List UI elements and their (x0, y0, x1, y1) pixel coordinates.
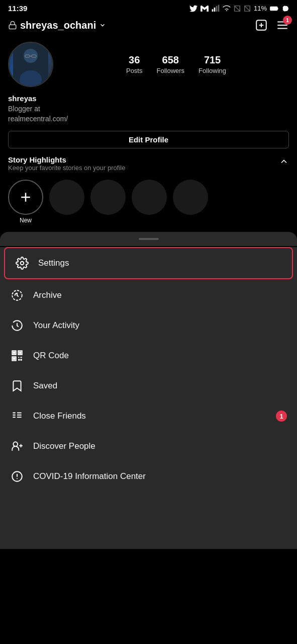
covid-label: COVID-19 Information Center (33, 471, 146, 481)
profile-top: 36 Posts 658 Followers 715 Following (8, 42, 289, 87)
svg-point-40 (14, 413, 15, 414)
avatar[interactable] (8, 42, 53, 87)
following-stat[interactable]: 715 Following (199, 54, 226, 74)
saved-icon (10, 379, 24, 393)
activity-icon (10, 318, 24, 333)
archive-icon (10, 288, 24, 302)
highlight-item-2[interactable] (90, 180, 126, 224)
wifi-icon (223, 5, 231, 13)
highlights-row: New (8, 180, 289, 230)
menu-item-discover-people[interactable]: Discover People (0, 431, 297, 461)
menu-item-your-activity[interactable]: Your Activity (0, 310, 297, 341)
close-friends-icon (10, 409, 24, 423)
sim-blocked-icon (234, 5, 241, 13)
your-activity-label: Your Activity (33, 320, 79, 331)
dropdown-chevron-icon[interactable] (99, 22, 106, 29)
highlights-collapse-icon[interactable] (279, 156, 289, 167)
svg-rect-8 (271, 7, 272, 10)
story-highlights: Story Highlights Keep your favorite stor… (0, 148, 297, 230)
bottom-sheet-menu: Settings Archive Your Activity (0, 247, 297, 549)
bio-line2: realmecentral.com/ (8, 115, 68, 123)
highlight-item-4[interactable] (173, 180, 208, 224)
profile-display-name: shreyas (8, 94, 289, 103)
profile-section: 36 Posts 658 Followers 715 Following shr… (0, 38, 297, 148)
svg-rect-31 (13, 352, 15, 354)
svg-line-4 (235, 6, 239, 11)
svg-rect-0 (212, 9, 214, 12)
covid-icon (10, 469, 24, 484)
highlight-circle-1[interactable] (49, 180, 84, 215)
new-highlight-item[interactable]: New (8, 180, 43, 224)
menu-item-close-friends[interactable]: Close Friends 1 (0, 401, 297, 431)
avatar-image (9, 43, 52, 86)
status-icons: 11% (189, 5, 289, 13)
profile-bio: Blogger at realmecentral.com/ (8, 104, 289, 124)
menu-button[interactable]: 1 (276, 19, 289, 32)
edit-profile-button[interactable]: Edit Profile (8, 131, 289, 148)
posts-count: 36 (129, 54, 140, 66)
discover-people-label: Discover People (33, 441, 95, 451)
status-time: 11:39 (8, 4, 27, 13)
saved-label: Saved (33, 381, 57, 391)
profile-header: shreyas_ochani 1 (0, 15, 297, 38)
header-right: 1 (255, 19, 289, 32)
status-bar: 11:39 11% (0, 0, 297, 15)
close-friends-label: Close Friends (33, 411, 86, 421)
new-highlight-label: New (20, 217, 32, 224)
profile-stats: 36 Posts 658 Followers 715 Following (63, 54, 289, 74)
svg-rect-33 (13, 358, 15, 360)
following-label: Following (199, 67, 226, 74)
settings-icon (15, 256, 29, 270)
new-highlight-button[interactable] (8, 180, 43, 215)
menu-notification-badge: 1 (283, 16, 292, 25)
plus-icon (18, 190, 33, 205)
sim-blocked2-icon (244, 5, 251, 13)
svg-rect-10 (9, 25, 16, 29)
signal-icon (212, 5, 220, 13)
menu-item-qr-code[interactable]: QR Code (0, 341, 297, 371)
battery-text: 11% (254, 5, 267, 12)
svg-rect-3 (218, 5, 220, 11)
avatar-svg (13, 42, 48, 87)
sheet-handle (139, 238, 159, 240)
sheet-handle-area (0, 232, 297, 246)
svg-rect-2 (216, 6, 218, 11)
gmail-status-icon (201, 5, 209, 13)
ring-icon (282, 5, 289, 12)
qr-code-icon (10, 349, 24, 363)
highlight-circle-4[interactable] (173, 180, 208, 215)
highlights-title: Story Highlights (8, 155, 125, 164)
battery-icon (270, 6, 279, 12)
menu-item-covid[interactable]: COVID-19 Information Center (0, 461, 297, 492)
header-username: shreyas_ochani (20, 20, 96, 31)
lock-icon (8, 21, 17, 30)
menu-item-settings[interactable]: Settings (4, 247, 293, 279)
discover-people-icon (10, 439, 24, 453)
add-post-button[interactable] (255, 19, 268, 32)
highlights-subtitle: Keep your favorite stories on your profi… (8, 164, 125, 172)
menu-item-saved[interactable]: Saved (0, 371, 297, 401)
following-count: 715 (204, 54, 221, 66)
svg-point-25 (21, 262, 24, 265)
archive-label: Archive (33, 290, 62, 300)
svg-rect-7 (277, 8, 278, 10)
svg-point-41 (14, 415, 15, 416)
twitter-status-icon (189, 5, 197, 13)
highlight-item-1[interactable] (49, 180, 84, 224)
svg-point-9 (283, 6, 288, 11)
highlight-circle-3[interactable] (132, 180, 167, 215)
svg-rect-32 (19, 352, 21, 354)
followers-count: 658 (162, 54, 179, 66)
highlight-item-3[interactable] (132, 180, 167, 224)
followers-label: Followers (156, 67, 184, 74)
highlights-header: Story Highlights Keep your favorite stor… (8, 155, 289, 178)
svg-point-42 (14, 417, 15, 418)
header-left: shreyas_ochani (8, 20, 106, 31)
followers-stat[interactable]: 658 Followers (156, 54, 184, 74)
svg-rect-1 (214, 8, 216, 12)
qr-code-label: QR Code (33, 351, 69, 361)
posts-stat[interactable]: 36 Posts (126, 54, 143, 74)
highlight-circle-2[interactable] (90, 180, 126, 215)
menu-item-archive[interactable]: Archive (0, 280, 297, 310)
settings-label: Settings (38, 258, 69, 268)
